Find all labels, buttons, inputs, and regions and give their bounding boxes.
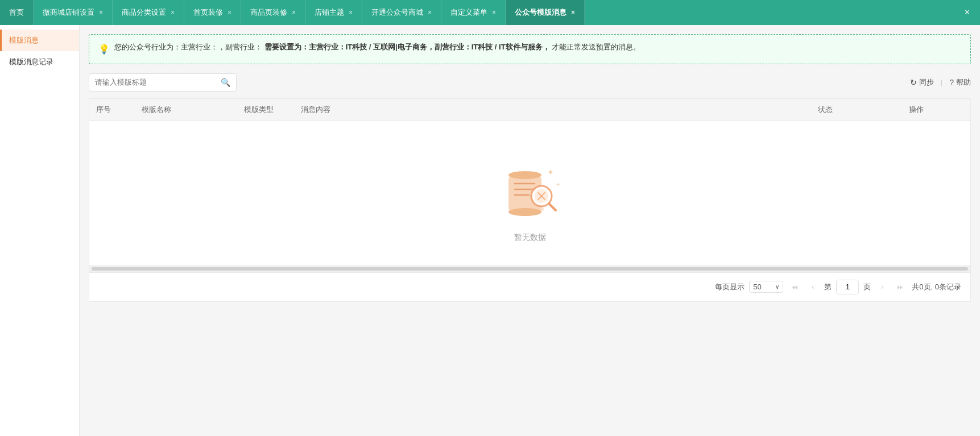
table-header: 序号 模版名称 模版类型 消息内容 状态 操作 bbox=[89, 99, 970, 121]
page-size-select[interactable]: 50 ∨ bbox=[749, 281, 783, 293]
th-content: 消息内容 bbox=[294, 99, 811, 121]
sidebar: 模版消息 模版消息记录 bbox=[0, 25, 80, 436]
table-container: 序号 模版名称 模版类型 消息内容 状态 操作 bbox=[89, 98, 971, 302]
sidebar-item-template-msg-label: 模版消息 bbox=[9, 36, 39, 44]
search-input[interactable] bbox=[95, 78, 221, 86]
nav-tab-template-msg-label: 公众号模版消息 bbox=[515, 7, 567, 18]
nav-tab-product-decor[interactable]: 商品页装修 × bbox=[241, 0, 305, 25]
search-icon[interactable]: 🔍 bbox=[221, 78, 230, 87]
help-button[interactable]: ? 帮助 bbox=[949, 77, 971, 88]
nav-tab-custom-menu-close[interactable]: × bbox=[492, 9, 496, 16]
next-page-button[interactable]: › bbox=[875, 280, 889, 294]
notice-highlight: 需要设置为：主营行业：IT科技 / 互联网|电子商务，副营行业：IT科技 / I… bbox=[264, 43, 550, 51]
prev-page-button[interactable]: ‹ bbox=[806, 280, 820, 294]
close-all-button[interactable]: × bbox=[954, 0, 980, 25]
sidebar-item-template-record[interactable]: 模版消息记录 bbox=[0, 51, 79, 73]
sync-label: 同步 bbox=[919, 77, 934, 88]
page-size-value: 50 bbox=[753, 283, 761, 291]
nav-tab-category-close[interactable]: × bbox=[171, 9, 175, 16]
sync-button[interactable]: ↻ 同步 bbox=[910, 77, 934, 88]
nav-tab-category[interactable]: 商品分类设置 × bbox=[113, 0, 184, 25]
empty-state: ✦ ✦ 暂无数据 bbox=[89, 121, 970, 265]
top-navigation: 首页 微商城店铺设置 × 商品分类设置 × 首页装修 × 商品页装修 × 店铺主… bbox=[0, 0, 980, 25]
nav-tab-open-mall[interactable]: 开通公众号商城 × bbox=[362, 0, 441, 25]
svg-text:✦: ✦ bbox=[556, 181, 560, 188]
search-bar: 🔍 ↻ 同步 | ? 帮助 bbox=[89, 73, 971, 92]
svg-point-3 bbox=[508, 208, 541, 216]
page-size-label: 每页显示 bbox=[715, 282, 745, 292]
help-label: 帮助 bbox=[956, 77, 971, 88]
th-type: 模版类型 bbox=[237, 99, 294, 121]
nav-tab-home-label: 首页 bbox=[9, 7, 24, 18]
nav-tab-home[interactable]: 首页 bbox=[0, 0, 34, 25]
help-icon: ? bbox=[949, 78, 954, 87]
last-page-button[interactable]: ⏭ bbox=[894, 280, 907, 294]
notice-prefix: 您的公众号行业为：主营行业：，副营行业： bbox=[114, 43, 262, 51]
total-info: 共0页, 0条记录 bbox=[912, 282, 961, 292]
nav-tab-product-decor-close[interactable]: × bbox=[292, 9, 296, 16]
nav-tab-open-mall-close[interactable]: × bbox=[428, 9, 432, 16]
th-name: 模版名称 bbox=[135, 99, 237, 121]
nav-tab-category-label: 商品分类设置 bbox=[122, 7, 166, 18]
first-page-button[interactable]: ⏮ bbox=[788, 280, 801, 294]
chevron-down-icon: ∨ bbox=[775, 284, 779, 290]
nav-tab-open-mall-label: 开通公众号商城 bbox=[371, 7, 423, 18]
content-area: 💡 您的公众号行业为：主营行业：，副营行业： 需要设置为：主营行业：IT科技 /… bbox=[80, 25, 980, 436]
current-page-input[interactable] bbox=[836, 280, 859, 294]
search-input-wrap[interactable]: 🔍 bbox=[89, 73, 237, 92]
notice-icon: 💡 bbox=[98, 42, 110, 57]
nav-tab-template-msg[interactable]: 公众号模版消息 × bbox=[506, 0, 585, 25]
nav-tab-product-decor-label: 商品页装修 bbox=[250, 7, 287, 18]
nav-tab-shop-theme-label: 店铺主题 bbox=[315, 7, 344, 18]
nav-tab-wechat-shop-label: 微商城店铺设置 bbox=[43, 7, 94, 18]
nav-tab-template-msg-close[interactable]: × bbox=[571, 9, 575, 16]
svg-text:✦: ✦ bbox=[547, 168, 554, 177]
th-status: 状态 bbox=[811, 99, 902, 121]
nav-tab-custom-menu-label: 自定义菜单 bbox=[450, 7, 487, 18]
notice-box: 💡 您的公众号行业为：主营行业：，副营行业： 需要设置为：主营行业：IT科技 /… bbox=[89, 34, 971, 64]
th-action: 操作 bbox=[902, 99, 970, 121]
svg-point-2 bbox=[508, 171, 541, 179]
notice-suffix: 才能正常发送预置的消息。 bbox=[552, 43, 640, 51]
nav-tab-custom-menu[interactable]: 自定义菜单 × bbox=[441, 0, 506, 25]
svg-line-9 bbox=[549, 204, 556, 210]
page-unit: 页 bbox=[863, 282, 871, 292]
notice-text: 您的公众号行业为：主营行业：，副营行业： 需要设置为：主营行业：IT科技 / 互… bbox=[114, 41, 640, 53]
empty-illustration: ✦ ✦ bbox=[496, 155, 564, 223]
nav-tab-homepage-decor[interactable]: 首页装修 × bbox=[184, 0, 241, 25]
nav-tab-wechat-shop-close[interactable]: × bbox=[99, 9, 103, 16]
nav-tab-wechat-shop[interactable]: 微商城店铺设置 × bbox=[34, 0, 113, 25]
divider: | bbox=[941, 78, 942, 86]
nav-tab-homepage-decor-label: 首页装修 bbox=[193, 7, 223, 18]
empty-text: 暂无数据 bbox=[514, 232, 546, 243]
nav-tab-shop-theme-close[interactable]: × bbox=[349, 9, 353, 16]
page-label: 第 bbox=[824, 282, 832, 292]
sidebar-item-template-msg[interactable]: 模版消息 bbox=[0, 30, 79, 51]
nav-tab-shop-theme[interactable]: 店铺主题 × bbox=[305, 0, 362, 25]
tools-right: ↻ 同步 | ? 帮助 bbox=[910, 77, 971, 88]
sync-icon: ↻ bbox=[910, 78, 917, 87]
scrollbar-track bbox=[92, 267, 968, 271]
th-seq: 序号 bbox=[89, 99, 135, 121]
main-layout: 模版消息 模版消息记录 💡 您的公众号行业为：主营行业：，副营行业： 需要设置为… bbox=[0, 25, 980, 436]
sidebar-item-template-record-label: 模版消息记录 bbox=[9, 57, 53, 66]
horizontal-scrollbar[interactable] bbox=[89, 265, 970, 272]
nav-tab-homepage-decor-close[interactable]: × bbox=[228, 9, 231, 16]
pagination-bar: 每页显示 50 ∨ ⏮ ‹ 第 页 › ⏭ 共0页, 0条记录 bbox=[89, 272, 970, 301]
